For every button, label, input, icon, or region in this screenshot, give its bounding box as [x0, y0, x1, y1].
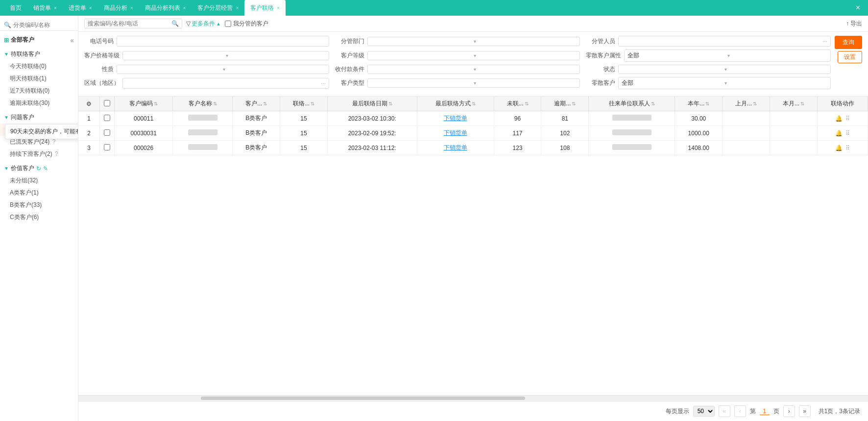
sort-icon[interactable]: ⇅ — [651, 101, 655, 106]
chevron-up-icon: ▲ — [216, 21, 221, 26]
sidebar-item-class-a[interactable]: A类客户(1) — [0, 187, 78, 199]
more-actions-icon[interactable]: ⠿ — [845, 145, 850, 151]
cell-contact: 15 — [280, 141, 328, 155]
sidebar-item-tomorrow-contact[interactable]: 明天待联络(1) — [0, 73, 78, 85]
filter-field-customer-level: 客户等级 ▾ — [335, 51, 580, 60]
sidebar-item-today-contact[interactable]: 今天待联络(0) — [0, 60, 78, 73]
close-icon[interactable]: × — [277, 5, 280, 11]
sort-icon[interactable]: ⇅ — [572, 101, 576, 106]
filter-action-buttons: 查询 设置 — [835, 36, 862, 63]
sidebar-item-7day-contact[interactable]: 近7天待联络(0) — [0, 85, 78, 97]
nav-tab-sales[interactable]: 销货单 × — [27, 0, 63, 16]
filter-select-customer-type[interactable]: ▾ — [367, 78, 580, 88]
scrollbar-thumb[interactable] — [201, 396, 525, 400]
cell-overdue: 102 — [541, 126, 589, 141]
sidebar-item-class-c[interactable]: C类客户(6) — [0, 211, 78, 223]
col-checkbox[interactable] — [100, 97, 115, 111]
sidebar-group-pending[interactable]: ▼ 待联络客户 — [0, 48, 78, 60]
sort-icon[interactable]: ⇅ — [311, 101, 314, 106]
more-actions-icon[interactable]: ⠿ — [845, 130, 850, 137]
filter-search-button[interactable]: 🔍 — [171, 20, 179, 27]
filter-select-dept[interactable]: ▾ — [367, 37, 580, 46]
page-label-after: 页 — [773, 407, 779, 416]
sort-icon[interactable]: ⇅ — [525, 101, 529, 106]
col-settings[interactable]: ⚙ — [78, 97, 100, 111]
table-row: 3 000026 B类客户 15 2023-02-03 11:12: 下销货单 … — [78, 141, 868, 155]
cell-name — [173, 141, 233, 155]
sort-icon[interactable]: ⇅ — [388, 101, 392, 106]
select-all-checkbox[interactable] — [104, 100, 110, 106]
sort-icon[interactable]: ⇅ — [154, 101, 158, 106]
close-icon[interactable]: × — [89, 5, 92, 11]
nav-tab-customer-tier[interactable]: 客户分层经营 × — [192, 0, 244, 16]
next-page-button[interactable]: › — [783, 405, 795, 417]
filter-select-retail-attr[interactable]: 全部 ▾ — [624, 50, 831, 62]
nav-tab-customer-contact[interactable]: 客户联络 × — [244, 0, 286, 16]
collapse-icon[interactable]: « — [70, 36, 74, 44]
page-size-select[interactable]: 50 — [693, 406, 715, 417]
sidebar-item-declining[interactable]: 持续下滑客户(2) ? — [0, 148, 78, 160]
my-customers-toggle[interactable]: 我分管的客户 — [225, 20, 268, 28]
close-all-button[interactable]: × — [852, 3, 864, 12]
sidebar-search-input[interactable] — [13, 22, 78, 28]
sort-icon[interactable]: ⇅ — [472, 101, 476, 106]
nav-tab-product-analysis-list[interactable]: 商品分析列表 × — [139, 0, 192, 16]
query-button[interactable]: 查询 — [835, 36, 862, 49]
nav-tab-purchase[interactable]: 进货单 × — [63, 0, 98, 16]
sort-icon[interactable]: ⇅ — [753, 101, 757, 106]
settings-button[interactable]: 设置 — [838, 51, 862, 63]
cell-checkbox[interactable] — [100, 141, 115, 155]
prev-page-button[interactable]: ‹ — [734, 405, 746, 417]
sort-icon[interactable]: ⇅ — [213, 101, 217, 106]
more-actions-icon[interactable]: ⠿ — [845, 115, 850, 122]
total-records-info: 共1页，3条记录 — [819, 407, 860, 416]
chevron-down-icon: ▾ — [474, 67, 577, 72]
first-page-button[interactable]: « — [719, 405, 730, 417]
filter-input-phone[interactable] — [117, 36, 329, 47]
contact-icon[interactable]: 🔔 — [835, 130, 843, 137]
contact-icon[interactable]: 🔔 — [835, 115, 843, 122]
close-icon[interactable]: × — [236, 5, 239, 11]
horizontal-scrollbar[interactable] — [78, 395, 868, 401]
cell-overdue: 108 — [541, 141, 589, 155]
more-icon[interactable]: ··· — [321, 80, 326, 87]
sidebar-group-value[interactable]: ▼ 价值客户 ↻ ✎ — [0, 162, 78, 174]
close-icon[interactable]: × — [130, 5, 133, 11]
filter-select-nature[interactable]: ▾ — [117, 65, 329, 74]
close-icon[interactable]: × — [54, 5, 57, 11]
sidebar-all-customers[interactable]: ⊞ 全部客户 « — [0, 34, 78, 46]
last-page-button[interactable]: » — [799, 405, 811, 417]
filter-label-customer-type: 客户类型 — [335, 79, 364, 87]
cell-checkbox[interactable] — [100, 111, 115, 126]
more-icon[interactable]: ··· — [822, 38, 827, 45]
table-row: 1 000011 B类客户 15 2023-03-02 10:30: 下销货单 … — [78, 111, 868, 126]
filter-select-status[interactable]: ▾ — [618, 65, 831, 74]
sort-icon[interactable]: ⇅ — [705, 101, 709, 106]
sort-icon[interactable]: ⇅ — [263, 101, 267, 106]
col-this-month: 本月...⇅ — [770, 97, 817, 111]
export-button[interactable]: ↑ 导出 — [846, 20, 862, 28]
nav-tab-product-analysis[interactable]: 商品分析 × — [98, 0, 139, 16]
cell-checkbox[interactable] — [100, 126, 115, 141]
filter-search-input[interactable] — [88, 20, 171, 27]
filter-field-customer-type: 客户类型 ▾ — [335, 78, 580, 88]
filter-select-payment[interactable]: ▾ — [367, 65, 580, 74]
nav-home[interactable]: 首页 — [4, 4, 27, 12]
edit-icon[interactable]: ✎ — [43, 165, 48, 172]
sidebar-group-problem[interactable]: ▼ 问题客户 — [0, 111, 78, 124]
sidebar-item-overdue-contact[interactable]: 逾期未联络(30) — [0, 97, 78, 109]
contact-icon[interactable]: 🔔 — [835, 145, 843, 151]
refresh-icon[interactable]: ↻ — [36, 165, 41, 172]
filter-select-customer-level[interactable]: ▾ — [367, 51, 580, 60]
filter-label-retail-attr: 零散客户属性 — [586, 51, 621, 60]
filter-select-price-level[interactable]: ▾ — [122, 51, 329, 60]
sidebar-item-class-b[interactable]: B类客户(33) — [0, 199, 78, 211]
my-customers-checkbox[interactable] — [225, 21, 231, 27]
sort-icon[interactable]: ⇅ — [800, 101, 804, 106]
more-conditions-button[interactable]: ▽ 更多条件 ▲ — [186, 20, 221, 28]
sidebar-item-ungrouped[interactable]: 未分组(32) — [0, 174, 78, 187]
filter-select-retail-customer[interactable]: 全部 ▾ — [618, 77, 831, 89]
customer-table: ⚙ 客户编码⇅ 客户名称⇅ 客户...⇅ 联络...⇅ 最后联络日期⇅ 最后联络… — [78, 97, 868, 155]
cell-this-month — [770, 111, 817, 126]
close-icon[interactable]: × — [183, 5, 186, 11]
